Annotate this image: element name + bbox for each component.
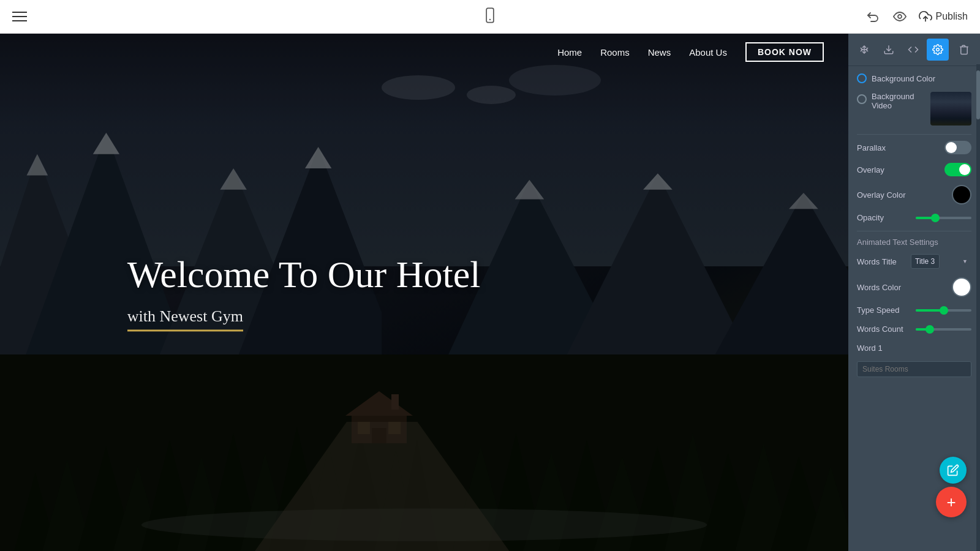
words-count-slider[interactable] [916,328,971,331]
main-area: Home Rooms News About Us BOOK NOW Welcom… [0,34,980,551]
nav-about[interactable]: About Us [689,47,727,58]
words-title-row: Words Title Title 3 [857,254,971,269]
svg-point-54 [937,48,940,51]
word1-input[interactable] [857,361,971,377]
opacity-row: Opacity [857,213,971,222]
top-toolbar: Publish [0,0,980,34]
fab-edit-button[interactable] [940,457,967,484]
hero-background: Home Rooms News About Us BOOK NOW Welcom… [0,34,848,551]
animated-text-header: Animated Text Settings [857,238,971,247]
panel-scrollbar-thumb [976,70,980,119]
panel-code-btn[interactable] [902,39,924,61]
word1-input-row [857,361,971,377]
fab-add-button[interactable]: + [936,487,967,517]
divider-2 [857,231,971,231]
hero-content: Welcome To Our Hotel with Newest Gym [127,253,481,331]
panel-download-btn[interactable] [878,39,900,61]
nav-news[interactable]: News [648,47,671,58]
bg-video-label: Background Video [872,92,925,110]
bg-video-row: Background Video [857,92,971,126]
opacity-thumb[interactable] [931,214,940,222]
overlay-color-row: Overlay Color [857,185,971,204]
panel-delete-btn[interactable] [953,39,975,61]
words-title-select-wrapper: Title 3 [911,254,971,269]
preview-button[interactable] [892,9,908,24]
book-now-button[interactable]: BOOK NOW [745,42,824,62]
words-color-swatch[interactable] [952,277,971,297]
words-title-select[interactable]: Title 3 [911,254,940,269]
nav-rooms[interactable]: Rooms [600,47,630,58]
type-speed-row: Type Speed [857,305,971,316]
type-speed-label: Type Speed [857,305,906,316]
type-speed-slider[interactable] [916,309,971,312]
bg-thumbnail [930,92,971,126]
publish-label: Publish [936,11,968,22]
fab-add-icon: + [946,493,956,512]
panel-settings-btn[interactable] [927,39,949,61]
overlay-color-swatch[interactable] [952,185,971,204]
divider-1 [857,134,971,135]
type-speed-thumb[interactable] [940,306,948,315]
publish-button[interactable]: Publish [919,10,968,23]
bg-color-row: Background Color [857,73,971,83]
words-color-row: Words Color [857,277,971,297]
svg-point-2 [898,15,902,18]
overlay-label: Overlay [857,165,906,174]
nav-home[interactable]: Home [557,47,582,58]
words-count-label: Words Count [857,324,906,335]
toolbar-right: Publish [866,9,968,24]
parallax-label: Parallax [857,143,906,152]
overlay-toggle[interactable] [944,163,971,176]
word1-label: Word 1 [857,343,906,353]
hero-subtitle: with Newest Gym [127,307,243,331]
overlay-toggle-knob [959,164,970,175]
panel-scrollbar[interactable] [976,64,980,551]
thumbnail-image [930,92,971,126]
navigation: Home Rooms News About Us BOOK NOW [0,34,848,70]
opacity-slider[interactable] [916,217,971,219]
canvas-area: Home Rooms News About Us BOOK NOW Welcom… [0,34,848,551]
words-title-label: Words Title [857,257,906,266]
toolbar-center [481,7,499,26]
words-count-row: Words Count [857,324,971,335]
word1-label-row: Word 1 [857,343,971,353]
bg-color-label: Background Color [872,74,935,83]
parallax-toggle-knob [946,142,957,153]
menu-icon[interactable] [12,12,27,21]
opacity-label: Opacity [857,213,906,222]
hero-title: Welcome To Our Hotel [127,253,481,295]
toolbar-left [12,12,27,21]
mobile-preview-icon[interactable] [481,7,499,26]
panel-move-btn[interactable] [853,39,875,61]
undo-button[interactable] [866,9,881,24]
panel-toolbar [848,34,980,66]
parallax-row: Parallax [857,141,971,154]
parallax-toggle[interactable] [944,141,971,154]
overlay-color-label: Overlay Color [857,190,906,200]
bg-color-radio[interactable] [857,73,867,83]
bg-video-radio[interactable] [857,94,867,104]
words-count-thumb[interactable] [925,325,934,334]
overlay-row: Overlay [857,163,971,176]
words-color-label: Words Color [857,283,906,292]
